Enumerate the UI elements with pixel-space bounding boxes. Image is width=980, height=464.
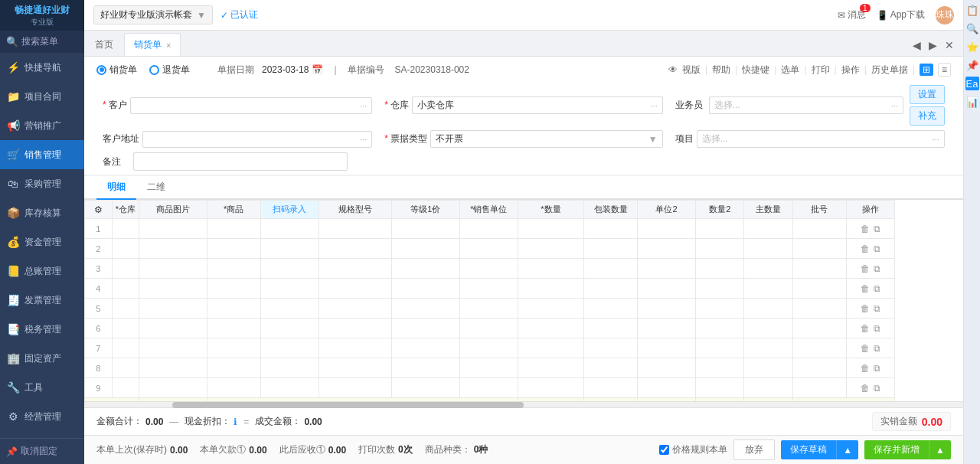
shortcut-label[interactable]: 快捷键	[742, 64, 769, 77]
sidebar-item-operations[interactable]: ⚙ 经营管理	[0, 402, 84, 431]
salesperson-input[interactable]: 选择... ···	[709, 96, 903, 114]
row-unit[interactable]	[459, 219, 518, 239]
message-button[interactable]: ✉ 消息 1	[838, 8, 866, 21]
col-settings[interactable]: ⚙	[85, 201, 113, 219]
row-warehouse[interactable]	[112, 219, 139, 239]
scroll-thumb[interactable]	[172, 402, 524, 408]
right-panel-icon-4[interactable]: 📌	[965, 58, 979, 72]
sidebar-item-quick[interactable]: ⚡ 快捷导航	[0, 53, 84, 82]
delete-row-icon[interactable]: 🗑	[860, 302, 871, 315]
col-unit2[interactable]: 单位2	[637, 201, 695, 219]
sidebar-item-finance[interactable]: 💰 资金管理	[0, 227, 84, 257]
row-qty[interactable]	[518, 219, 583, 239]
tab-next-icon[interactable]: ▶	[926, 38, 940, 53]
sidebar-item-inventory[interactable]: 📦 库存核算	[0, 198, 84, 227]
right-panel-icon-6[interactable]: 📊	[965, 95, 979, 109]
address-input[interactable]: ···	[142, 131, 372, 148]
search-menu-item[interactable]: 🔍 搜索菜单	[0, 31, 84, 53]
delete-row-icon[interactable]: 🗑	[860, 263, 871, 275]
sidebar-item-purchase[interactable]: 🛍 采购管理	[0, 169, 84, 198]
col-main-qty[interactable]: 主数量	[744, 201, 792, 219]
delete-row-icon[interactable]: 🗑	[860, 283, 871, 295]
row-scan[interactable]	[260, 219, 318, 239]
user-avatar[interactable]: 珠珠	[936, 6, 954, 25]
copy-row-icon[interactable]: ⧉	[873, 243, 881, 255]
delete-row-icon[interactable]: 🗑	[860, 223, 871, 235]
sidebar-item-project[interactable]: 📁 项目合同	[0, 82, 84, 111]
tab-close-all-icon[interactable]: ✕	[942, 38, 957, 53]
col-spec[interactable]: 规格型号	[318, 201, 391, 219]
delete-row-icon[interactable]: 🗑	[860, 382, 871, 394]
col-unit[interactable]: *销售单位	[459, 201, 518, 219]
copy-row-icon[interactable]: ⧉	[873, 302, 881, 315]
radio-sale[interactable]: 销货单	[96, 64, 137, 77]
customer-input[interactable]: ···	[130, 97, 372, 114]
row-price[interactable]	[391, 219, 459, 239]
tab-detail[interactable]: 明细	[96, 176, 136, 200]
sidebar-bottom[interactable]: 📌 取消固定	[0, 438, 84, 464]
right-panel-icon-2[interactable]: 🔍	[965, 21, 979, 35]
invoice-select[interactable]: 不开票 ▼	[430, 130, 662, 148]
col-warehouse[interactable]: *仓库	[112, 201, 139, 219]
copy-row-icon[interactable]: ⧉	[873, 322, 881, 335]
col-product[interactable]: *商品	[207, 201, 260, 219]
tab-home[interactable]: 首页	[84, 34, 124, 56]
save-new-button[interactable]: 保存并新增	[864, 440, 929, 459]
save-draft-dropdown[interactable]: ▲	[836, 440, 858, 459]
app-download-button[interactable]: 📱 App下载	[877, 8, 925, 21]
col-qty2[interactable]: 数量2	[696, 201, 744, 219]
col-scan[interactable]: 扫码录入	[260, 201, 318, 219]
select-label[interactable]: 选单	[781, 64, 799, 77]
tab-prev-icon[interactable]: ◀	[910, 38, 924, 53]
radio-return[interactable]: 退货单	[149, 64, 190, 77]
date-field[interactable]: 2023-03-18 📅	[262, 64, 323, 75]
col-price[interactable]: 等级1价	[391, 201, 459, 219]
sidebar-item-tax[interactable]: 📑 税务管理	[0, 315, 84, 344]
row-pack-qty[interactable]	[584, 219, 638, 239]
tab-2d[interactable]: 二维	[136, 176, 176, 200]
copy-row-icon[interactable]: ⧉	[873, 263, 881, 275]
sidebar-item-accounts[interactable]: 📒 总账管理	[0, 257, 84, 286]
col-pack-qty[interactable]: 包装数量	[584, 201, 638, 219]
list-view-icon[interactable]: ≡	[938, 63, 951, 77]
right-panel-icon-1[interactable]: 📋	[965, 3, 979, 17]
col-image[interactable]: 商品图片	[139, 201, 207, 219]
copy-row-icon[interactable]: ⧉	[873, 362, 881, 374]
grid-view-icon[interactable]: ⊞	[920, 64, 933, 76]
sidebar-item-tools[interactable]: 🔧 工具	[0, 373, 84, 402]
sidebar-item-marketing[interactable]: 📢 营销推广	[0, 111, 84, 140]
price-rule-checkbox[interactable]	[659, 445, 669, 455]
price-rule-check[interactable]: 价格规则本单	[659, 443, 727, 456]
sidebar-item-assets[interactable]: 🏢 固定资产	[0, 344, 84, 373]
view-label[interactable]: 视版	[682, 64, 701, 77]
sidebar-item-reports[interactable]: 📊 小畅报销	[0, 431, 84, 438]
sidebar-item-sales[interactable]: 🛒 销售管理	[0, 140, 84, 169]
row-spec[interactable]	[318, 219, 391, 239]
sidebar-item-invoicing[interactable]: 🧾 发票管理	[0, 286, 84, 315]
history-label[interactable]: 历史单据	[871, 64, 908, 77]
col-batch[interactable]: 批号	[792, 201, 846, 219]
warehouse-input[interactable]: 小卖仓库 ···	[412, 96, 662, 114]
delete-row-icon[interactable]: 🗑	[860, 243, 871, 255]
copy-row-icon[interactable]: ⧉	[873, 283, 881, 295]
delete-row-icon[interactable]: 🗑	[860, 362, 871, 374]
print-label[interactable]: 打印	[812, 64, 830, 77]
save-new-dropdown[interactable]: ▲	[929, 440, 951, 459]
add-button[interactable]: 补充	[910, 106, 945, 126]
row-image[interactable]	[139, 219, 207, 239]
row-batch[interactable]	[792, 219, 846, 239]
row-unit2[interactable]	[637, 219, 695, 239]
copy-row-icon[interactable]: ⧉	[873, 342, 881, 355]
tab-close-button[interactable]: ×	[166, 41, 171, 50]
copy-row-icon[interactable]: ⧉	[873, 223, 881, 235]
discard-button[interactable]: 放弃	[733, 439, 775, 460]
tab-sales-order[interactable]: 销货单 ×	[124, 33, 181, 56]
row-qty2[interactable]	[696, 219, 744, 239]
info-icon[interactable]: ℹ	[234, 417, 237, 427]
company-selector[interactable]: 好业财专业版演示帐套 ▼	[93, 5, 213, 25]
delete-row-icon[interactable]: 🗑	[860, 322, 871, 335]
copy-row-icon[interactable]: ⧉	[873, 382, 881, 394]
help-label[interactable]: 帮助	[712, 64, 730, 77]
save-draft-button[interactable]: 保存草稿	[781, 440, 836, 459]
operation-label[interactable]: 操作	[841, 64, 860, 77]
